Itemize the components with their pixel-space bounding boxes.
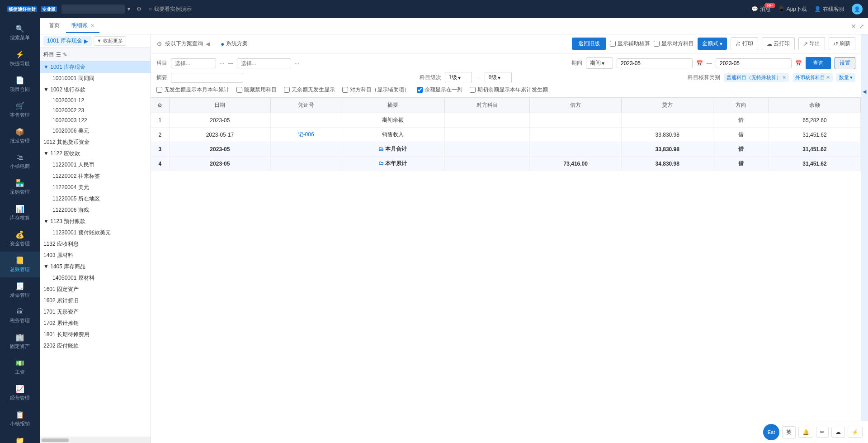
filter-ellipsis-2[interactable]: ··· bbox=[295, 60, 299, 67]
account-tree-item[interactable]: ▼ 1405 库存商品 bbox=[40, 261, 151, 272]
sidebar-item-management[interactable]: 📈 经营管理 bbox=[0, 380, 40, 406]
list-view-icon[interactable]: ☰ bbox=[56, 52, 61, 58]
account-tree-item[interactable]: 11220006 游戏 bbox=[40, 205, 151, 216]
online-service-btn[interactable]: 👤 在线客服 bbox=[814, 5, 844, 13]
checkbox-no-balance[interactable]: 无余额无发生显示 bbox=[284, 86, 335, 94]
sidebar-item-inventory[interactable]: 📊 库存核算 bbox=[0, 200, 40, 226]
query-gear-icon[interactable]: ⚙ bbox=[156, 40, 162, 48]
notification-btn[interactable]: 🔔 bbox=[798, 427, 813, 438]
sidebar-item-purchase[interactable]: 🏪 采购管理 bbox=[0, 174, 40, 200]
topbar-settings-icon[interactable]: ⚙ bbox=[137, 6, 142, 12]
account-tree-item[interactable]: 10020003 122 bbox=[40, 115, 151, 125]
checkbox-hide-disabled-input[interactable] bbox=[236, 87, 242, 93]
level-start-select[interactable]: 1级 ▾ bbox=[445, 72, 472, 83]
edit-icon[interactable]: ✎ bbox=[63, 52, 67, 58]
calc-tag-2[interactable]: 外币核算科目 ✕ bbox=[793, 73, 833, 82]
account-tree-item[interactable]: 1012 其他货币资金 bbox=[40, 137, 151, 148]
calc-tag-2-close[interactable]: ✕ bbox=[826, 75, 830, 81]
period-end-input[interactable] bbox=[716, 58, 792, 68]
account-tree-item[interactable]: ▼ 1123 预付账款 bbox=[40, 216, 151, 227]
message-btn[interactable]: 💬 消息 99+ bbox=[751, 5, 771, 13]
demo-link[interactable]: ○ 我要看实例演示 bbox=[149, 5, 192, 13]
checkbox-hide-disabled[interactable]: 隐藏禁用科目 bbox=[236, 86, 277, 94]
checkbox-no-amount[interactable]: 无发生额显示本月本年累计 bbox=[156, 86, 229, 94]
calendar-start-icon[interactable]: 📅 bbox=[696, 60, 703, 67]
expand-more-btn[interactable]: ▼ 收起更多 bbox=[94, 36, 126, 46]
display-aux-input[interactable] bbox=[610, 41, 616, 47]
topbar-search[interactable] bbox=[61, 5, 125, 14]
calc-tag-1[interactable]: 普通科目（无特殊核算） ✕ bbox=[724, 73, 789, 82]
filter-settings-btn[interactable]: 设置 bbox=[835, 57, 855, 69]
display-contra-input[interactable] bbox=[654, 41, 660, 47]
sidebar-item-ledger[interactable]: 📒 总账管理 bbox=[0, 252, 40, 277]
checkbox-balance-col[interactable]: 余额显示在一列 bbox=[417, 86, 462, 94]
account-tree-item[interactable]: 1801 长期待摊费用 bbox=[40, 329, 151, 340]
period-start-input[interactable] bbox=[617, 58, 693, 68]
right-edge-panel[interactable]: ◀ bbox=[861, 34, 868, 443]
english-btn[interactable]: 英 bbox=[782, 426, 796, 438]
sidebar-item-finance[interactable]: 💰 资金管理 bbox=[0, 226, 40, 252]
calendar-end-icon[interactable]: 📅 bbox=[795, 60, 802, 67]
account-tree-item[interactable]: 11220005 所在地区 bbox=[40, 193, 151, 205]
scroll-thumb[interactable] bbox=[42, 438, 69, 442]
account-tree-item[interactable]: 1601 固定资产 bbox=[40, 284, 151, 295]
checkbox-contra[interactable]: 对方科目（显示辅助项） bbox=[342, 86, 410, 94]
account-tree-item[interactable]: 2202 应付账款 bbox=[40, 340, 151, 352]
sidebar-item-expense[interactable]: 📋 小畅报销 bbox=[0, 406, 40, 432]
lightning-btn[interactable]: ⚡ bbox=[848, 427, 863, 438]
account-tree-item[interactable]: ▼ 1122 应收款 bbox=[40, 148, 151, 159]
checkbox-opening-balance-input[interactable] bbox=[470, 87, 476, 93]
edit-btn[interactable]: ✏ bbox=[816, 427, 829, 438]
filter-ellipsis-1[interactable]: ··· bbox=[220, 60, 224, 67]
level-end-select[interactable]: 6级 ▾ bbox=[485, 72, 512, 83]
export-btn[interactable]: ↗ 导出 bbox=[798, 37, 825, 50]
summary-input[interactable] bbox=[171, 73, 243, 83]
sidebar-item-ecommerce[interactable]: 🛍 小畅电商 bbox=[0, 149, 40, 174]
scheme-item[interactable]: ● 系统方案 bbox=[221, 40, 248, 48]
cell-voucher[interactable]: 记-006 bbox=[271, 128, 341, 142]
calc-tag-1-close[interactable]: ✕ bbox=[782, 75, 786, 81]
display-contra-checkbox[interactable]: 显示对方科目 bbox=[654, 40, 694, 48]
subject-end-input[interactable] bbox=[237, 58, 291, 68]
tab-detail[interactable]: 明细账 ✕ bbox=[66, 19, 99, 33]
period-type-select[interactable]: 期间 ▾ bbox=[586, 57, 613, 69]
eat-btn[interactable]: Eat bbox=[763, 424, 779, 440]
account-tree-item[interactable]: 11220004 美元 bbox=[40, 182, 151, 193]
subject-input[interactable] bbox=[171, 58, 216, 68]
refresh-btn[interactable]: ↺ 刷新 bbox=[829, 37, 855, 50]
sidebar-item-invoice[interactable]: 🧾 发票管理 bbox=[0, 277, 40, 303]
checkbox-contra-input[interactable] bbox=[342, 87, 348, 93]
checkbox-no-amount-input[interactable] bbox=[156, 87, 162, 93]
user-avatar[interactable]: 👤 bbox=[852, 4, 863, 14]
topbar-chevron-icon[interactable]: ▾ bbox=[127, 6, 130, 12]
voucher-link[interactable]: 记-006 bbox=[298, 131, 314, 138]
checkbox-balance-col-input[interactable] bbox=[417, 87, 423, 93]
quantity-tag[interactable]: 数量 ▾ bbox=[836, 73, 855, 82]
account-tree-item[interactable]: 1403 原材料 bbox=[40, 250, 151, 261]
tab-home[interactable]: 首页 bbox=[43, 19, 65, 33]
sidebar-item-project[interactable]: 📄 项目合同 bbox=[0, 71, 40, 97]
cloud-btn[interactable]: ☁ bbox=[831, 427, 845, 438]
back-old-btn[interactable]: 返回旧版 bbox=[572, 38, 606, 50]
account-tree-item[interactable]: 1702 累计摊销 bbox=[40, 318, 151, 329]
sidebar-item-tax[interactable]: 🏛 税务管理 bbox=[0, 303, 40, 329]
account-tree-item[interactable]: ▼ 1001 库存现金 bbox=[40, 62, 151, 73]
account-tree-item[interactable]: ▼ 1002 银行存款 bbox=[40, 84, 151, 95]
sidebar-item-basic[interactable]: 📁 基础信息 bbox=[0, 432, 40, 443]
sidebar-item-retail[interactable]: 🛒 零售管理 bbox=[0, 97, 40, 123]
app-download-btn[interactable]: 📱 App下载 bbox=[778, 5, 807, 13]
sidebar-item-quicknav[interactable]: ⚡ 快捷导航 bbox=[0, 46, 40, 71]
tab-close-btn[interactable]: ✕ bbox=[90, 23, 94, 28]
sidebar-item-salary[interactable]: 💵 工资 bbox=[0, 354, 40, 380]
sidebar-item-assets[interactable]: 🏢 固定资产 bbox=[0, 329, 40, 354]
account-tree-item[interactable]: 10010001 同同同 bbox=[40, 73, 151, 84]
display-aux-checkbox[interactable]: 显示辅助核算 bbox=[610, 40, 650, 48]
account-tree-item[interactable]: 10020001 12 bbox=[40, 95, 151, 105]
account-tree-item[interactable]: 11220002 往来标签 bbox=[40, 171, 151, 182]
maximize-icon[interactable]: ⤢ bbox=[859, 23, 864, 30]
cloud-print-btn[interactable]: ☁ 云打印 bbox=[762, 37, 795, 50]
account-tree-item[interactable]: 1602 累计折旧 bbox=[40, 295, 151, 306]
query-execute-btn[interactable]: 查询 bbox=[806, 57, 831, 69]
account-tree-item[interactable]: 10020006 美元 bbox=[40, 125, 151, 137]
amount-type-btn[interactable]: 金额式 ▾ bbox=[698, 38, 727, 50]
